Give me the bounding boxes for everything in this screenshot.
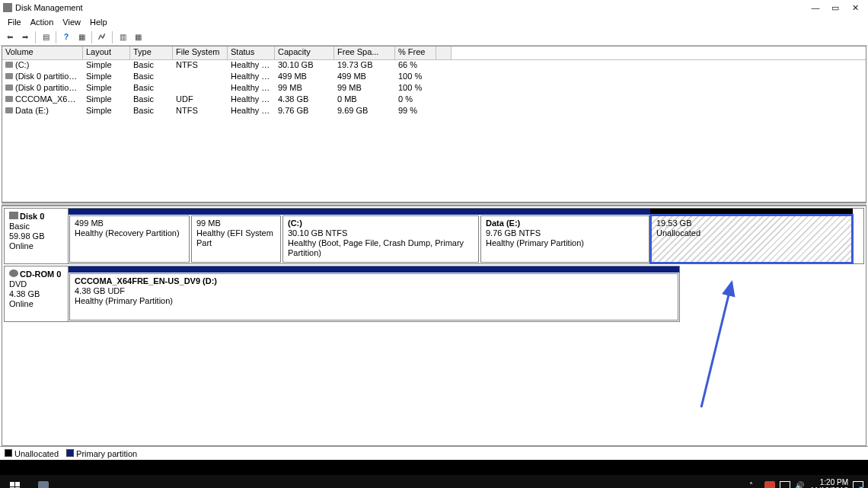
diskmgmt-icon [38, 481, 49, 488]
cdrom-name: CD-ROM 0 [20, 270, 61, 279]
col-type[interactable]: Type [130, 46, 173, 59]
cdrom-type: DVD [9, 279, 63, 289]
back-button[interactable]: ⬅ [3, 30, 17, 44]
menu-help[interactable]: Help [85, 18, 112, 27]
disk0-state: Online [9, 241, 63, 251]
legend: Unallocated Primary partition [0, 446, 868, 460]
legend-swatch-unallocated [5, 449, 12, 457]
disk0-partition[interactable]: 499 MBHealthy (Recovery Partition) [69, 215, 190, 263]
disk-icon [9, 212, 18, 219]
tray-time: 1:20 PM [810, 478, 848, 486]
refresh-button[interactable]: ▦ [75, 30, 88, 44]
menu-bar: File Action View Help [0, 15, 868, 29]
app-icon [3, 3, 12, 12]
tray-volume-icon[interactable]: 🔊 [795, 481, 806, 488]
table-row[interactable]: CCCOMA_X64FRE...SimpleBasicUDFHealthy (P… [2, 94, 866, 106]
cdrom-part-line1: 4.38 GB UDF [75, 286, 673, 296]
title-bar: Disk Management — ▭ ✕ [0, 0, 868, 15]
legend-unallocated: Unallocated [14, 449, 59, 458]
windows-logo-icon [10, 482, 20, 489]
rescan-button[interactable]: 🗲 [95, 30, 109, 44]
disk0-partition[interactable]: 99 MBHealthy (EFI System Part [191, 215, 281, 263]
volume-list-header: Volume Layout Type File System Status Ca… [2, 46, 866, 60]
task-diskmgmt[interactable] [29, 475, 58, 488]
legend-swatch-primary [66, 449, 74, 457]
cdrom-size: 4.38 GB [9, 289, 63, 299]
gap-bar [0, 460, 868, 475]
annotation-arrow-icon [686, 278, 747, 415]
graphic-view-button[interactable]: ▦ [131, 30, 145, 44]
col-layout[interactable]: Layout [83, 46, 130, 59]
col-pctfree[interactable]: % Free [395, 46, 436, 59]
disk-row-disk0[interactable]: Disk 0 Basic 59.98 GB Online 499 MBHealt… [4, 208, 864, 264]
menu-file[interactable]: File [3, 18, 26, 27]
disk0-partition[interactable]: Data (E:)9.76 GB NTFSHealthy (Primary Pa… [480, 215, 649, 263]
table-row[interactable]: (Disk 0 partition 2)SimpleBasicHealthy (… [2, 83, 866, 94]
disk0-name: Disk 0 [20, 212, 44, 221]
legend-primary: Primary partition [76, 449, 137, 458]
disk0-partition[interactable]: (C:)30.10 GB NTFSHealthy (Boot, Page Fil… [282, 215, 479, 263]
col-extra[interactable] [436, 46, 452, 59]
cdrom-label: CD-ROM 0 DVD 4.38 GB Online [5, 266, 69, 321]
window-title: Disk Management [15, 3, 83, 12]
system-tray[interactable]: ˄ 🔊 1:20 PM 11/16/2018 2 [745, 478, 868, 488]
tray-chevron-up-icon[interactable]: ˄ [749, 481, 760, 488]
disk0-partition[interactable]: 19.53 GBUnallocated [651, 215, 852, 263]
disk-graphic-pane: Disk 0 Basic 59.98 GB Online 499 MBHealt… [2, 206, 866, 446]
col-status[interactable]: Status [228, 46, 275, 59]
menu-view[interactable]: View [58, 18, 85, 27]
disk0-label: Disk 0 Basic 59.98 GB Online [5, 209, 69, 263]
disk-row-cdrom0[interactable]: CD-ROM 0 DVD 4.38 GB Online CCCOMA_X64FR… [4, 266, 680, 322]
forward-button[interactable]: ➡ [18, 30, 32, 44]
table-row[interactable]: Data (E:)SimpleBasicNTFSHealthy (P...9.7… [2, 106, 866, 117]
table-row[interactable]: (C:)SimpleBasicNTFSHealthy (B...30.10 GB… [2, 60, 866, 72]
cd-icon [9, 270, 18, 277]
col-filesystem[interactable]: File System [173, 46, 228, 59]
start-button[interactable] [0, 475, 29, 488]
volume-list: Volume Layout Type File System Status Ca… [2, 46, 866, 203]
cdrom-partition[interactable]: CCCOMA_X64FRE_EN-US_DV9 (D:) 4.38 GB UDF… [69, 273, 678, 321]
show-hide-button[interactable]: ▤ [39, 30, 53, 44]
cdrom-part-title: CCCOMA_X64FRE_EN-US_DV9 (D:) [75, 276, 673, 286]
cdrom-state: Online [9, 299, 63, 309]
taskbar: ˄ 🔊 1:20 PM 11/16/2018 2 [0, 475, 868, 488]
col-volume[interactable]: Volume [2, 46, 83, 59]
cdrom-part-line2: Healthy (Primary Partition) [75, 296, 673, 306]
close-button[interactable]: ✕ [845, 0, 865, 15]
table-row[interactable]: (Disk 0 partition 1)SimpleBasicHealthy (… [2, 72, 866, 83]
list-view-button[interactable]: ▥ [116, 30, 129, 44]
disk0-type: Basic [9, 222, 63, 231]
maximize-button[interactable]: ▭ [825, 0, 845, 15]
volume-list-body[interactable]: (C:)SimpleBasicNTFSHealthy (B...30.10 GB… [2, 60, 866, 202]
tray-clock[interactable]: 1:20 PM 11/16/2018 [810, 478, 848, 488]
help-button[interactable]: ? [59, 30, 73, 44]
menu-action[interactable]: Action [26, 18, 59, 27]
tray-network-icon[interactable] [780, 481, 790, 488]
svg-line-0 [701, 282, 732, 407]
disk0-size: 59.98 GB [9, 231, 63, 241]
tray-security-icon[interactable] [764, 481, 775, 488]
col-free[interactable]: Free Spa... [334, 46, 395, 59]
tray-notifications-icon[interactable]: 2 [853, 481, 863, 488]
col-capacity[interactable]: Capacity [275, 46, 334, 59]
toolbar: ⬅ ➡ ▤ ? ▦ 🗲 ▥ ▦ [0, 29, 868, 46]
minimize-button[interactable]: — [806, 0, 825, 15]
